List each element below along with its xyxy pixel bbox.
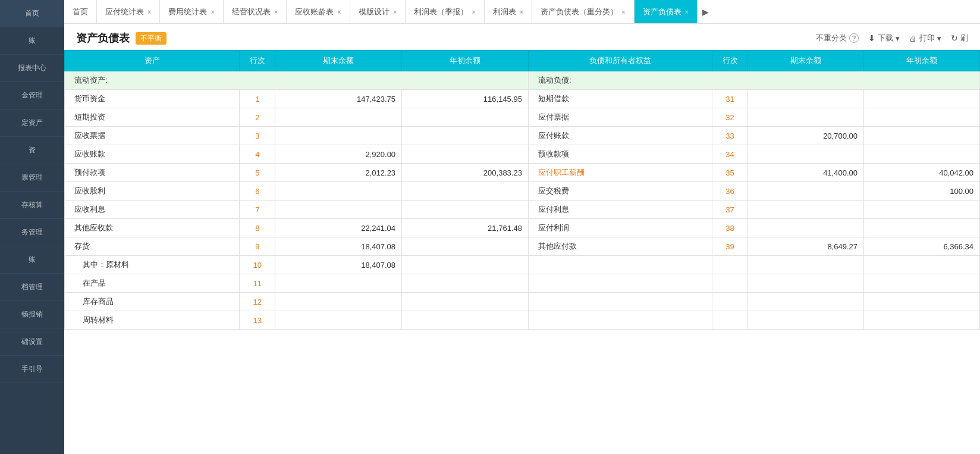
asset-name: 应收股利 [65, 182, 240, 201]
close-tab-income[interactable]: × [520, 8, 523, 15]
download-icon: ⬇ [868, 33, 875, 43]
page-content: 资产负债表 不平衡 不重分类 ? ⬇ 下载 ▾ 🖨 打印 ▾ [64, 24, 980, 454]
col-header-liability: 负债和所有者权益 [528, 51, 712, 71]
year-start-value: 200,383.23 [402, 164, 529, 182]
year-start-value [402, 145, 529, 164]
close-tab-balance-sheet[interactable]: × [685, 8, 689, 15]
row-number: 3 [240, 127, 275, 145]
tab-payable-stats[interactable]: 应付统计表 × [97, 0, 160, 24]
tab-operations[interactable]: 经营状况表 × [224, 0, 287, 24]
liability-name [528, 293, 712, 311]
row-number2: 36 [712, 182, 748, 201]
sidebar-item-bills[interactable]: 票管理 [0, 164, 64, 192]
sidebar-item-home[interactable]: 首页 [0, 0, 64, 27]
asset-name: 周转材料 [65, 311, 240, 330]
tab-expense-stats[interactable]: 费用统计表 × [160, 0, 223, 24]
period-end-value[interactable]: 18,407.08 [275, 256, 402, 274]
table-row: 周转材料 13 [65, 311, 980, 330]
period-end-value[interactable]: 18,407.08 [275, 237, 402, 256]
tab-home[interactable]: 首页 [64, 0, 97, 24]
row-number: 4 [240, 145, 275, 164]
row-number2: 38 [712, 219, 748, 237]
tab-income[interactable]: 利润表 × [485, 0, 532, 24]
period-end-value[interactable]: 2,012.23 [275, 164, 402, 182]
download-button[interactable]: ⬇ 下载 ▾ [868, 33, 900, 43]
tab-scroll-right[interactable]: ▶ [698, 7, 714, 17]
tab-balance-sheet[interactable]: 资产负债表 × [635, 0, 698, 24]
tab-balance-reclassified[interactable]: 资产负债表（重分类） × [532, 0, 634, 24]
sidebar-item-ledger[interactable]: 账 [0, 27, 64, 55]
close-tab-template-design[interactable]: × [393, 8, 397, 15]
close-tab-operations[interactable]: × [274, 8, 278, 15]
asset-name: 短期投资 [65, 108, 240, 127]
row-number: 12 [240, 293, 275, 311]
print-icon: 🖨 [909, 34, 917, 43]
tab-template-design[interactable]: 模版设计 × [350, 0, 406, 24]
year-start-value [402, 201, 529, 219]
period-end-value[interactable]: 147,423.75 [275, 90, 402, 108]
period-end-value [275, 108, 402, 127]
year-start2-value [863, 311, 979, 330]
close-tab-receivable-aging[interactable]: × [337, 8, 341, 15]
period-end2-value [748, 90, 864, 108]
report-actions: 不重分类 ? ⬇ 下载 ▾ 🖨 打印 ▾ ↻ 刷 [816, 33, 968, 43]
col-header-asset: 资产 [65, 51, 240, 71]
year-start2-value: 6,366.34 [863, 237, 979, 256]
section-left-label: 流动资产: [65, 71, 529, 90]
row-number2: 33 [712, 127, 748, 145]
year-start-value [402, 274, 529, 293]
row-number2: 32 [712, 108, 748, 127]
sidebar-item-inventory[interactable]: 存核算 [0, 192, 64, 219]
print-chevron-icon: ▾ [937, 34, 941, 43]
sidebar-item-settings[interactable]: 础设置 [0, 328, 64, 356]
year-start-value [402, 293, 529, 311]
sidebar-item-fixed-assets[interactable]: 定资产 [0, 109, 64, 137]
period-end2-value [748, 145, 864, 164]
year-start2-value [863, 274, 979, 293]
close-tab-income-quarterly[interactable]: × [472, 8, 475, 15]
table-row: 应收股利 6 应交税费 36 100.00 [65, 182, 980, 201]
close-tab-payable-stats[interactable]: × [147, 8, 151, 15]
liability-name [528, 274, 712, 293]
print-button[interactable]: 🖨 打印 ▾ [909, 33, 941, 43]
year-start-value [402, 256, 529, 274]
liability-name[interactable]: 应付职工薪酬 [528, 164, 712, 182]
period-end-value[interactable]: 22,241.04 [275, 219, 402, 237]
help-icon[interactable]: ? [849, 33, 859, 43]
tab-receivable-aging[interactable]: 应收账龄表 × [287, 0, 350, 24]
table-row: 应收利息 7 应付利息 37 [65, 201, 980, 219]
period-end2-value[interactable]: 20,700.00 [748, 127, 864, 145]
sidebar-item-investment[interactable]: 资 [0, 137, 64, 164]
period-end-value [275, 274, 402, 293]
sidebar-item-expense[interactable]: 畅报销 [0, 301, 64, 328]
table-row: 短期投资 2 应付票据 32 [65, 108, 980, 127]
close-tab-expense-stats[interactable]: × [211, 8, 214, 15]
close-tab-balance-reclassified[interactable]: × [621, 8, 625, 15]
row-number: 8 [240, 219, 275, 237]
report-header: 资产负债表 不平衡 不重分类 ? ⬇ 下载 ▾ 🖨 打印 ▾ [64, 24, 980, 50]
year-start2-value [863, 90, 979, 108]
sidebar-item-tax[interactable]: 务管理 [0, 219, 64, 246]
period-end2-value[interactable]: 8,649.27 [748, 237, 864, 256]
period-end-value [275, 311, 402, 330]
asset-name: 其他应收款 [65, 219, 240, 237]
sidebar-item-cash[interactable]: 金管理 [0, 82, 64, 109]
period-end-value[interactable]: 2,920.00 [275, 145, 402, 164]
sidebar-item-reports[interactable]: 报表中心 [0, 55, 64, 82]
row-number: 2 [240, 108, 275, 127]
refresh-button[interactable]: ↻ 刷 [951, 33, 968, 43]
sidebar-item-archive[interactable]: 档管理 [0, 274, 64, 301]
sidebar-item-account[interactable]: 账 [0, 246, 64, 274]
period-end-value [275, 293, 402, 311]
category-selector[interactable]: 不重分类 ? [816, 33, 859, 43]
section-row: 流动资产: 流动负债: [65, 71, 980, 90]
period-end2-value[interactable]: 41,400.00 [748, 164, 864, 182]
row-number2: 35 [712, 164, 748, 182]
table-row: 其他应收款 8 22,241.04 21,761.48 应付利润 38 [65, 219, 980, 237]
sidebar-item-guide[interactable]: 手引导 [0, 356, 64, 383]
table-row: 存货 9 18,407.08 其他应付款 39 8,649.27 6,366.3… [65, 237, 980, 256]
tab-income-quarterly[interactable]: 利润表（季报） × [406, 0, 484, 24]
refresh-icon: ↻ [951, 33, 958, 43]
year-start2-value: 100.00 [863, 182, 979, 201]
period-end2-value [748, 219, 864, 237]
